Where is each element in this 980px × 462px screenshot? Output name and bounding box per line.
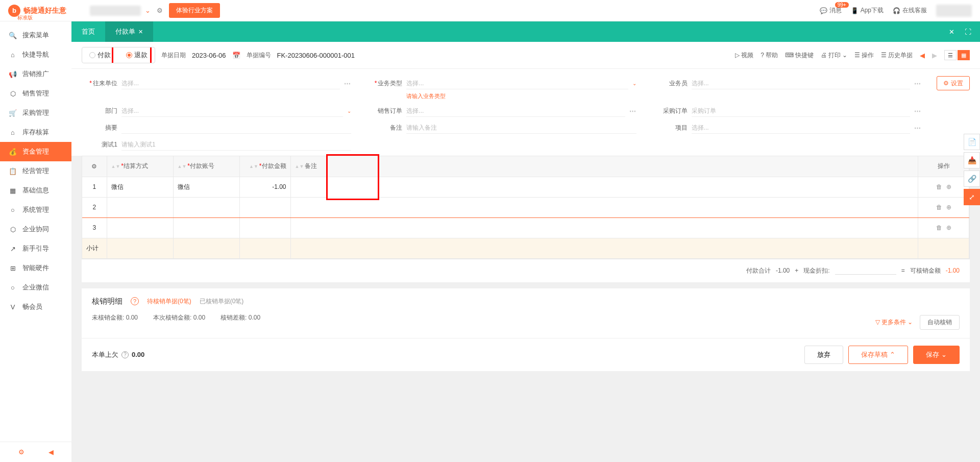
help-link[interactable]: ? 帮助 <box>761 51 778 60</box>
col-amount[interactable]: ▲▼*付款金额 <box>239 156 290 177</box>
print-link[interactable]: 🖨 打印 ⌄ <box>821 51 847 60</box>
right-float-bar: 📄 📥 🔗 ⤢ <box>964 134 980 205</box>
menu-icon: ⌂ <box>8 129 17 136</box>
clerk-input[interactable] <box>692 78 910 89</box>
remark-input[interactable] <box>406 122 636 134</box>
sidebar-item-1[interactable]: ⌂快捷导航 <box>0 45 71 64</box>
sales-order-input[interactable] <box>406 105 625 117</box>
verif-tab-done[interactable]: 已核销单据(0笔) <box>200 297 244 306</box>
sidebar-item-11[interactable]: ↗新手引导 <box>0 239 71 258</box>
online-service-link[interactable]: 🎧 在线客服 <box>893 6 927 15</box>
auto-verify-button[interactable]: 自动核销 <box>920 315 960 330</box>
dept-input[interactable] <box>121 105 343 117</box>
help-icon[interactable]: ? <box>131 297 139 305</box>
settings-gear-icon[interactable]: ⚙ <box>157 7 163 14</box>
form-settings-button[interactable]: ⚙ 设置 <box>937 76 970 90</box>
add-icon[interactable]: ⊕ <box>946 183 951 190</box>
float-expand-icon[interactable]: ⤢ <box>964 189 980 205</box>
form-area: *往来单位 ⋯ *业务类型 ⌄ 业务员 ⋯ ⚙ 设置 请输入业务类型 部门 <box>71 69 980 156</box>
sidebar-collapse-icon[interactable]: ◀ <box>48 448 54 456</box>
vendor-input[interactable] <box>121 78 340 89</box>
sidebar-item-0[interactable]: 🔍搜索菜单 <box>0 26 71 45</box>
prev-doc-icon[interactable]: ◀ <box>920 52 925 59</box>
radio-payment[interactable]: 付款 <box>82 47 118 63</box>
date-value[interactable]: 2023-06-06 <box>192 52 226 59</box>
verif-tab-pending[interactable]: 待核销单据(0笔) <box>147 297 191 306</box>
delete-icon[interactable]: 🗑 <box>936 224 942 231</box>
sidebar-item-2[interactable]: 📢营销推广 <box>0 64 71 84</box>
sidebar-settings-icon[interactable]: ⚙ <box>18 448 24 456</box>
sidebar-item-10[interactable]: ⬡企业协同 <box>0 220 71 239</box>
table-row[interactable]: 3 🗑⊕ <box>82 217 969 238</box>
owed-value: 0.00 <box>132 351 144 358</box>
save-button[interactable]: 保存 ⌄ <box>913 346 960 364</box>
history-link[interactable]: ☰ 历史单据 <box>881 51 913 60</box>
sales-more-icon[interactable]: ⋯ <box>629 107 636 115</box>
col-account[interactable]: ▲▼*付款账号 <box>173 156 239 177</box>
operate-link[interactable]: ☰ 操作 <box>854 51 874 60</box>
video-link[interactable]: ▷ 视频 <box>735 51 753 60</box>
sidebar-item-14[interactable]: V畅会员 <box>0 297 71 317</box>
more-filter-link[interactable]: ▽ 更多条件 ⌄ <box>875 318 913 327</box>
add-icon[interactable]: ⊕ <box>946 224 951 231</box>
next-doc-icon[interactable]: ▶ <box>932 52 937 59</box>
purchase-order-input[interactable] <box>692 105 910 117</box>
user-avatar-blur[interactable] <box>936 5 972 17</box>
messages-link[interactable]: 💬 消息 99+ <box>820 6 842 15</box>
chevron-down-icon[interactable]: ⌄ <box>347 108 351 114</box>
chevron-down-icon[interactable]: ⌄ <box>632 81 636 86</box>
close-icon[interactable]: ✕ <box>138 29 143 35</box>
shortcut-link[interactable]: ⌨ 快捷键 <box>785 51 814 60</box>
fullscreen-icon[interactable]: ⛶ <box>962 26 974 38</box>
help-icon[interactable]: ? <box>121 351 129 358</box>
save-draft-button[interactable]: 保存草稿 ⌃ <box>848 346 908 364</box>
add-icon[interactable]: ⊕ <box>946 204 951 211</box>
project-input[interactable] <box>692 122 910 134</box>
org-dropdown-icon[interactable]: ⌄ <box>145 7 151 14</box>
summary-input[interactable] <box>121 122 351 134</box>
col-gear[interactable]: ⚙ <box>82 156 107 177</box>
sidebar-item-5[interactable]: ⌂库存核算 <box>0 123 71 142</box>
sidebar-item-4[interactable]: 🛒采购管理 <box>0 103 71 123</box>
test1-input[interactable] <box>121 139 351 151</box>
sidebar: 🔍搜索菜单⌂快捷导航📢营销推广⬡销售管理🛒采购管理⌂库存核算💰资金管理📋经营管理… <box>0 0 71 462</box>
remark-label: 备注 <box>366 124 402 132</box>
trial-button[interactable]: 体验行业方案 <box>169 3 220 18</box>
purchase-order-label: 采购订单 <box>652 107 688 115</box>
float-note-icon[interactable]: 📄 <box>964 134 980 150</box>
delete-icon[interactable]: 🗑 <box>936 204 942 211</box>
cash-discount-input[interactable] <box>835 266 896 275</box>
view-list-icon[interactable]: ☰ <box>944 50 957 60</box>
clerk-more-icon[interactable]: ⋯ <box>914 80 921 87</box>
verification-section: 核销明细 ? 待核销单据(0笔) 已核销单据(0笔) 未核销金额: 0.00 本… <box>82 288 970 338</box>
view-grid-icon[interactable]: ▦ <box>958 50 970 60</box>
sidebar-item-9[interactable]: ○系统管理 <box>0 200 71 220</box>
calendar-icon[interactable]: 📅 <box>232 52 240 59</box>
table-row[interactable]: 1 微信 微信 -1.00 🗑⊕ <box>82 177 969 197</box>
radio-checked-icon <box>126 52 132 58</box>
abandon-button[interactable]: 放弃 <box>804 346 843 364</box>
project-more-icon[interactable]: ⋯ <box>914 124 921 132</box>
radio-unchecked-icon <box>89 52 95 58</box>
col-remark[interactable]: ▲▼备注 <box>290 156 918 177</box>
purchase-more-icon[interactable]: ⋯ <box>914 107 921 115</box>
menu-icon: V <box>8 303 17 311</box>
delete-icon[interactable]: 🗑 <box>936 183 942 190</box>
tab-close-all-icon[interactable]: ✕ <box>945 26 958 38</box>
sidebar-item-7[interactable]: 📋经营管理 <box>0 161 71 181</box>
radio-refund[interactable]: 退款 <box>119 47 155 63</box>
app-download-link[interactable]: 📱 App下载 <box>851 6 884 15</box>
biztype-input[interactable] <box>406 78 628 89</box>
tab-home[interactable]: 首页 <box>71 21 105 42</box>
float-link-icon[interactable]: 🔗 <box>964 171 980 187</box>
sidebar-item-3[interactable]: ⬡销售管理 <box>0 84 71 103</box>
table-row[interactable]: 2 🗑⊕ <box>82 197 969 217</box>
col-method[interactable]: ▲▼*结算方式 <box>107 156 173 177</box>
sidebar-item-12[interactable]: ⊞智能硬件 <box>0 258 71 278</box>
float-inbox-icon[interactable]: 📥 <box>964 152 980 168</box>
sidebar-item-13[interactable]: ○企业微信 <box>0 278 71 297</box>
tab-payment[interactable]: 付款单 ✕ <box>105 21 153 42</box>
vendor-more-icon[interactable]: ⋯ <box>344 80 351 87</box>
sidebar-item-6[interactable]: 💰资金管理 <box>0 142 71 161</box>
sidebar-item-8[interactable]: ▦基础信息 <box>0 181 71 200</box>
